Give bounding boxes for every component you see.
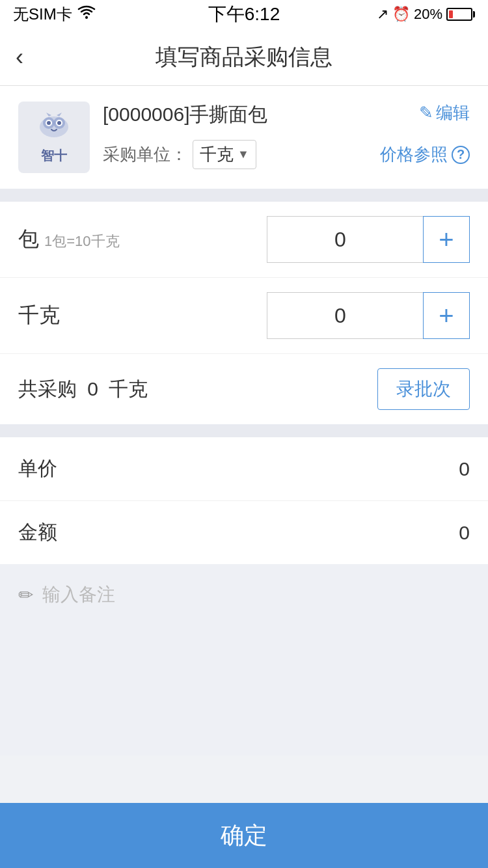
brand-label: 智十: [41, 147, 67, 165]
product-info: [0000006]手撕面包 ✎ 编辑 采购单位： 千克 ▼ 价格参照 ?: [103, 102, 470, 169]
bao-label: 包 1包=10千克: [18, 225, 120, 254]
battery-percent: 20%: [414, 6, 442, 23]
kg-label: 千克: [18, 301, 96, 330]
alarm-icon: ⏰: [392, 6, 410, 23]
note-section[interactable]: ✏ 输入备注: [0, 564, 488, 625]
edit-label: 编辑: [436, 102, 470, 124]
amount-row: 金额 0: [0, 501, 488, 564]
battery-icon: [446, 8, 475, 21]
total-label: 共采购 0 千克: [18, 376, 148, 403]
kg-plus-button[interactable]: +: [423, 292, 470, 339]
total-row: 共采购 0 千克 录批次: [0, 354, 488, 424]
bao-quantity-input[interactable]: [267, 216, 423, 263]
unit-value: 千克: [200, 143, 234, 166]
bao-label-sub: 1包=10千克: [44, 232, 120, 251]
amount-value: 0: [459, 522, 470, 544]
price-ref-help-icon: ?: [452, 146, 470, 164]
section-divider-2: [0, 424, 488, 437]
product-full-name: [0000006]手撕面包: [103, 102, 419, 128]
unit-label-text: 采购单位：: [103, 143, 187, 166]
carrier-text: 无SIM卡: [13, 4, 72, 25]
note-placeholder-text: 输入备注: [42, 582, 115, 607]
product-owl-icon: [36, 110, 72, 144]
kg-input-controls: +: [109, 292, 470, 339]
batch-button[interactable]: 录批次: [377, 368, 470, 410]
svg-point-6: [47, 121, 51, 125]
total-suffix: 千克: [109, 378, 148, 400]
wifi-icon: [77, 5, 96, 23]
price-ref-label: 价格参照: [380, 143, 448, 166]
bao-label-main: 包: [18, 225, 39, 254]
unit-price-value: 0: [459, 458, 470, 480]
status-left: 无SIM卡: [13, 4, 96, 25]
location-icon: ↗: [377, 6, 388, 23]
back-button[interactable]: ‹: [16, 44, 23, 71]
bao-input-controls: +: [133, 216, 470, 263]
kg-input-row: 千克 +: [0, 278, 488, 354]
confirm-button[interactable]: 确定: [0, 803, 488, 868]
total-prefix: 共采购: [18, 378, 77, 400]
pencil-icon: ✏: [18, 584, 33, 606]
bao-input-row: 包 1包=10千克 +: [0, 202, 488, 278]
product-card: 智十 [0000006]手撕面包 ✎ 编辑 采购单位： 千克 ▼ 价格参照 ?: [0, 86, 488, 189]
svg-point-7: [57, 121, 61, 125]
status-bar: 无SIM卡 下午6:12 ↗ ⏰ 20%: [0, 0, 488, 29]
total-amount: 0: [87, 378, 98, 400]
status-time: 下午6:12: [208, 2, 280, 27]
bottom-spacer: [0, 625, 488, 755]
section-divider-1: [0, 189, 488, 202]
edit-button[interactable]: ✎ 编辑: [419, 102, 470, 124]
unit-price-label: 单价: [18, 455, 57, 482]
bao-plus-button[interactable]: +: [423, 216, 470, 263]
dropdown-arrow-icon: ▼: [237, 148, 249, 161]
confirm-button-label: 确定: [221, 820, 267, 852]
quantity-input-section: 包 1包=10千克 + 千克 +: [0, 202, 488, 354]
edit-icon: ✎: [419, 103, 433, 123]
price-reference-button[interactable]: 价格参照 ?: [380, 143, 470, 166]
product-image: 智十: [18, 102, 90, 173]
svg-point-0: [85, 16, 88, 19]
status-right: ↗ ⏰ 20%: [377, 6, 475, 23]
nav-bar: ‹ 填写商品采购信息: [0, 29, 488, 86]
unit-select-dropdown[interactable]: 千克 ▼: [193, 140, 256, 169]
unit-price-row: 单价 0: [0, 437, 488, 501]
svg-point-1: [40, 116, 68, 137]
kg-label-main: 千克: [18, 301, 60, 330]
kg-quantity-input[interactable]: [267, 292, 423, 339]
amount-label: 金额: [18, 519, 57, 546]
page-title: 填写商品采购信息: [156, 42, 332, 72]
info-section: 单价 0 金额 0: [0, 437, 488, 564]
